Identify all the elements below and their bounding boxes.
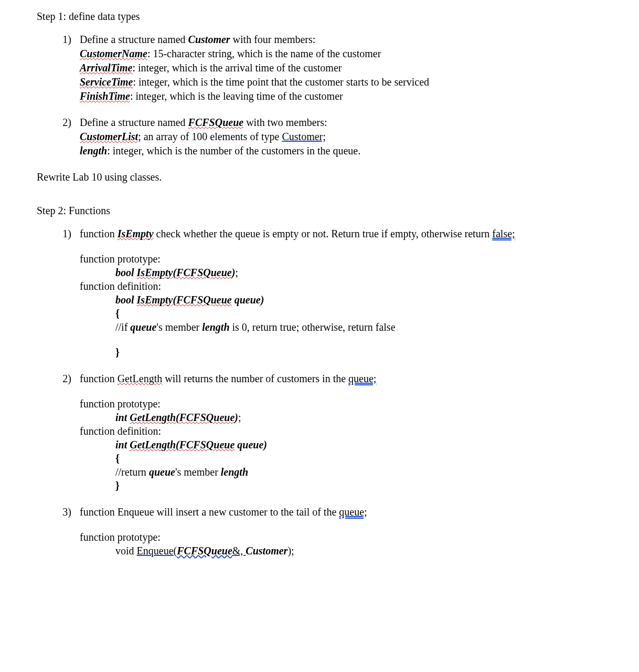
text: queue) [235, 439, 267, 450]
member-label: CustomerList [80, 131, 138, 142]
brace-close: } [115, 345, 602, 359]
member-label: CustomerName [80, 48, 147, 59]
text: void [115, 545, 137, 556]
list-marker: 3) [52, 505, 80, 558]
text: int [115, 412, 130, 423]
step2-item1: 1) function IsEmpty check whether the qu… [52, 227, 602, 359]
text: bool [115, 294, 137, 306]
text: Customer [246, 545, 287, 556]
intro-line: Define a structure named FCFSQueue with … [80, 116, 602, 129]
text: function [80, 228, 118, 239]
member-line: ServiceTime: integer, which is the time … [80, 75, 602, 89]
text: IsEmpty( [137, 294, 177, 306]
proto-label: function prototype: [80, 397, 602, 411]
step1-list: 1) Define a structure named Customer wit… [52, 33, 602, 158]
text: is 0, return true; otherwise, return fal… [230, 321, 396, 333]
step2-item3: 3) function Enqueue will insert a new cu… [52, 505, 602, 558]
text: queue [130, 321, 156, 333]
proto-line: bool IsEmpty(FCFSQueue); [115, 266, 602, 279]
brace-close: } [115, 479, 602, 492]
text: ; [235, 267, 238, 278]
list-marker: 2) [52, 116, 80, 158]
text: will returns the number of customers in … [162, 373, 348, 384]
step2-list: 1) function IsEmpty check whether the qu… [52, 227, 602, 558]
def-label: function definition: [80, 424, 602, 438]
step2-heading: Step 2: Functions [37, 204, 602, 217]
text: FCFSQueue [176, 267, 232, 278]
comment-line: //if queue's member length is 0, return … [115, 320, 602, 334]
step2-item2: 2) function GetLength will returns the n… [52, 372, 602, 492]
def-label: function definition: [80, 279, 602, 293]
proto-line: int GetLength(FCFSQueue); [115, 411, 602, 424]
func-name: IsEmpty [118, 228, 154, 239]
text: with two members: [243, 117, 327, 128]
def-line: bool IsEmpty(FCFSQueue queue) [115, 293, 602, 307]
text: : integer, which is the number of the cu… [107, 145, 360, 156]
link-text: false; [492, 228, 515, 239]
member-line: CustomerList; an array of 100 elements o… [80, 130, 602, 143]
step1-heading: Step 1: define data types [37, 9, 602, 23]
text: function Enqueue will insert a new custo… [80, 506, 339, 518]
text: bool [115, 267, 137, 278]
list-body: function Enqueue will insert a new custo… [80, 505, 602, 558]
text: length [202, 321, 229, 333]
text: : integer, which is the leaving time of … [130, 90, 343, 102]
text: queue [149, 466, 175, 478]
link-text: queue; [348, 373, 376, 384]
brace-open: { [115, 452, 602, 465]
member-label: length [80, 145, 107, 156]
text: int [115, 439, 130, 450]
text: FCFSQueue [176, 294, 232, 306]
text: //return [115, 466, 149, 478]
text: : 15-character string, which is the name… [147, 48, 381, 59]
text: check whether the queue is empty or not.… [154, 228, 493, 239]
text: IsEmpty( [137, 267, 177, 278]
text: : integer, which is the time point that … [133, 76, 429, 88]
type-link: Customer; [282, 131, 326, 142]
text: ; an array of 100 elements of type [138, 131, 282, 142]
rewrite-note: Rewrite Lab 10 using classes. [37, 170, 602, 184]
struct-name: FCFSQueue [188, 117, 244, 128]
member-label: ServiceTime [80, 76, 133, 88]
text: length [221, 466, 248, 478]
text: Enqueue( [137, 545, 177, 556]
intro-line: Define a structure named Customer with f… [80, 33, 602, 46]
list-marker: 2) [52, 372, 80, 492]
text: Define a structure named [80, 34, 188, 45]
member-label: ArrivalTime [80, 62, 132, 74]
text: //if [115, 321, 130, 333]
list-body: function GetLength will returns the numb… [80, 372, 602, 492]
text: ) [235, 412, 238, 423]
struct-name: Customer [188, 34, 230, 45]
list-body: Define a structure named Customer with f… [80, 33, 602, 103]
proto-label: function prototype: [80, 530, 602, 544]
text: ; [238, 412, 241, 423]
text: FCFSQueue [179, 439, 235, 450]
step1-item1: 1) Define a structure named Customer wit… [52, 33, 602, 103]
link-text: queue; [339, 506, 367, 518]
member-line: length: integer, which is the number of … [80, 144, 602, 158]
text: 's member [175, 466, 221, 478]
text: 's member [156, 321, 202, 333]
text: ); [287, 545, 294, 556]
intro-line: function GetLength will returns the numb… [80, 372, 602, 385]
text: &, [232, 545, 246, 556]
list-body: function IsEmpty check whether the queue… [80, 227, 602, 359]
proto-label: function prototype: [80, 252, 602, 266]
proto-line: void Enqueue(FCFSQueue&, Customer); [115, 544, 602, 558]
member-line: ArrivalTime: integer, which is the arriv… [80, 61, 602, 75]
step1-item2: 2) Define a structure named FCFSQueue wi… [52, 116, 602, 158]
list-marker: 1) [52, 227, 80, 359]
member-line: CustomerName: 15-character string, which… [80, 47, 602, 60]
text: queue) [232, 294, 264, 306]
text: GetLength( [130, 412, 179, 423]
text: : integer, which is the arrival time of … [132, 62, 342, 74]
text: Define a structure named [80, 117, 188, 128]
text: FCFSQueue [177, 545, 232, 556]
text: FCFSQueue [179, 412, 235, 423]
text: GetLength( [130, 439, 179, 450]
intro-line: function IsEmpty check whether the queue… [80, 227, 602, 240]
list-marker: 1) [52, 33, 80, 103]
text: function [80, 373, 118, 384]
intro-line: function Enqueue will insert a new custo… [80, 505, 602, 519]
